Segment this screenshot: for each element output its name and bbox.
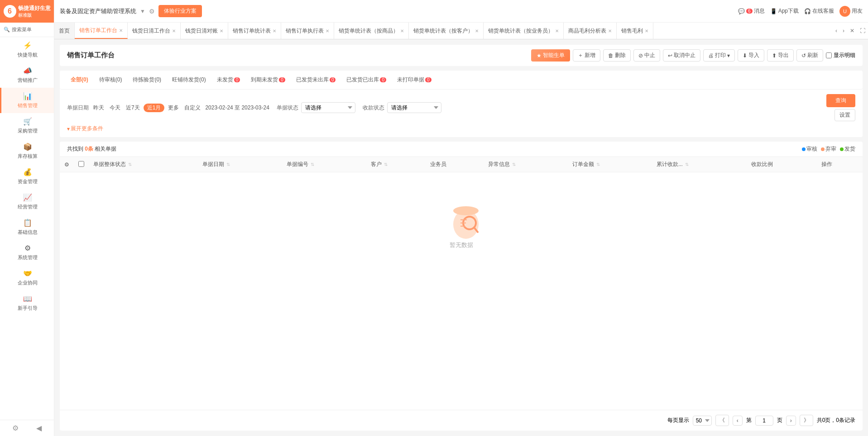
tab-gross-profit[interactable]: 商品毛利分析表 ✕ [564, 23, 617, 39]
sidebar-item-basic-info[interactable]: 📋 基础信息 [0, 214, 54, 240]
ship-btn[interactable]: 发货 [840, 145, 855, 153]
tab-close-icon-3[interactable]: ✕ [220, 28, 223, 33]
app-download-btn[interactable]: 📱 App下载 [770, 7, 799, 15]
sidebar-item-guide[interactable]: 📖 新手引导 [0, 290, 54, 316]
tab-cash-reconcile[interactable]: 钱货日清对账 ✕ [181, 23, 228, 39]
date-shortcut-custom[interactable]: 自定义 [182, 104, 202, 112]
tab-cash-daily[interactable]: 钱货日清工作台 ✕ [128, 23, 181, 39]
tab-sales-stat-staff[interactable]: 销货单统计表（按业务员） ✕ [484, 23, 564, 39]
tab-sales-order-workbench[interactable]: 销售订单工作台 ✕ [75, 23, 128, 39]
table-scroll-wrap[interactable]: ⚙ 单据整体状态 ⇅ 单据日期 ⇅ 单据编号 [60, 157, 863, 410]
tab-expand-icon[interactable]: ⛶ [857, 23, 868, 39]
sidebar-settings-icon[interactable]: ⚙ [12, 424, 19, 432]
tab-close-icon-8[interactable]: ✕ [555, 28, 559, 33]
tab-sales-profit[interactable]: 销售毛利 ✕ [617, 23, 653, 39]
col-doc-date-sort-icon[interactable]: ⇅ [226, 162, 230, 167]
col-doc-no-sort-icon[interactable]: ⇅ [311, 162, 314, 167]
smart-generate-btn[interactable]: ★ 智能生单 [531, 49, 570, 62]
print-btn[interactable]: 🖨 打印 ▾ [703, 49, 735, 62]
sidebar-item-finance[interactable]: 💰 资金管理 [0, 164, 54, 189]
col-settings[interactable]: ⚙ [60, 157, 74, 172]
cancel-stop-btn[interactable]: ↩ 取消中止 [663, 49, 700, 62]
sub-tab-expired-not-shipped[interactable]: 到期未发货0 [245, 74, 291, 85]
tab-home[interactable]: 首页 [54, 23, 75, 39]
sidebar-item-quick-nav[interactable]: ⚡ 快捷导航 [0, 37, 54, 62]
delete-btn[interactable]: 🗑 删除 [603, 49, 631, 62]
select-all-checkbox[interactable] [78, 161, 84, 167]
tab-scroll-right-icon[interactable]: › [840, 23, 847, 39]
sub-tab-shipped-out[interactable]: 已发货已出库0 [341, 74, 392, 85]
first-page-btn[interactable]: 《 [715, 415, 729, 426]
tab-close-icon-7[interactable]: ✕ [475, 28, 479, 33]
sub-tab-all[interactable]: 全部(0) [65, 74, 94, 85]
date-shortcut-yesterday[interactable]: 昨天 [91, 104, 106, 112]
sub-tab-not-printed[interactable]: 未打印单据0 [392, 74, 437, 85]
expand-more-btn[interactable]: ▾ 展开更多条件 [67, 125, 103, 133]
industry-btn[interactable]: 体验行业方案 [158, 5, 202, 17]
empty-svg [443, 199, 489, 245]
filter-payment-select[interactable]: 请选择 [387, 102, 441, 113]
query-btn[interactable]: 查询 [826, 94, 855, 107]
tab-close-all-icon[interactable]: ✕ [847, 23, 857, 39]
next-page-btn[interactable]: › [786, 416, 796, 426]
message-btn[interactable]: 💬 6 消息 [738, 7, 765, 15]
tab-sales-stat-customer[interactable]: 销货单统计表（按客户） ✕ [409, 23, 484, 39]
date-range-display[interactable]: 2023-02-24 至 2023-03-24 [205, 104, 269, 112]
col-abnormal-sort-icon[interactable]: ⇅ [512, 162, 516, 167]
date-shortcut-last1m[interactable]: 近1月 [144, 104, 165, 112]
filter-status-select[interactable]: 请选择 [301, 102, 355, 113]
col-order-amount-sort-icon[interactable]: ⇅ [596, 162, 600, 167]
page-input[interactable] [755, 416, 773, 426]
tab-close-icon-5[interactable]: ✕ [326, 28, 329, 33]
sidebar-item-marketing[interactable]: 📣 营销推广 [0, 62, 54, 88]
sub-tab-not-shipped[interactable]: 未发货0 [211, 74, 246, 85]
sidebar-item-operations[interactable]: 📈 经营管理 [0, 189, 54, 214]
prev-page-btn[interactable]: ‹ [733, 416, 743, 426]
refresh-btn[interactable]: ↺ 刷新 [796, 49, 823, 62]
tab-close-icon[interactable]: ✕ [119, 28, 123, 33]
unreview-btn[interactable]: 弃审 [821, 145, 836, 153]
col-collected-sort-icon[interactable]: ⇅ [685, 162, 689, 167]
page-size-select[interactable]: 50 [693, 416, 712, 426]
sidebar-search[interactable]: 🔍 搜索菜单 [0, 23, 54, 37]
tab-sales-order-exec[interactable]: 销售订单执行表 ✕ [281, 23, 334, 39]
col-customer-sort-icon[interactable]: ⇅ [384, 162, 388, 167]
sidebar-item-sales[interactable]: 📊 销售管理 [0, 88, 54, 113]
date-shortcut-today[interactable]: 今天 [108, 104, 122, 112]
tab-close-icon-4[interactable]: ✕ [273, 28, 276, 33]
stop-btn[interactable]: ⊘ 中止 [633, 49, 660, 62]
tab-sales-order-stat[interactable]: 销售订单统计表 ✕ [228, 23, 281, 39]
date-shortcut-more[interactable]: 更多 [166, 104, 181, 112]
sub-tab-shipped-not-out[interactable]: 已发货未出库0 [291, 74, 341, 85]
last-page-btn[interactable]: 》 [800, 415, 813, 426]
sidebar-item-inventory[interactable]: 📦 库存核算 [0, 138, 54, 164]
tab-close-icon-10[interactable]: ✕ [645, 28, 648, 33]
sidebar-item-cooperation[interactable]: 🤝 企业协同 [0, 265, 54, 290]
tab-close-icon-6[interactable]: ✕ [400, 28, 404, 33]
sub-tab-wangpu[interactable]: 旺铺待发货(0) [167, 74, 211, 85]
tab-scroll-left-icon[interactable]: ‹ [833, 23, 840, 39]
sidebar-collapse-icon[interactable]: ◀ [36, 424, 42, 432]
tab-close-icon-9[interactable]: ✕ [608, 28, 612, 33]
col-payment-ratio-label: 收款比例 [751, 161, 773, 167]
review-btn[interactable]: 审核 [802, 145, 817, 153]
filter-settings-btn[interactable]: 设置 [834, 109, 855, 121]
show-detail-label[interactable]: 显示明细 [826, 52, 855, 59]
show-detail-checkbox[interactable] [826, 52, 832, 58]
export-btn[interactable]: ⬆ 导出 [767, 49, 794, 62]
sidebar-item-purchase[interactable]: 🛒 采购管理 [0, 113, 54, 138]
col-doc-status-sort-icon[interactable]: ⇅ [128, 162, 132, 167]
sub-tab-pending-inspect[interactable]: 待拣验货(0) [127, 74, 167, 85]
col-checkbox[interactable] [74, 157, 89, 172]
add-btn[interactable]: ＋ 新增 [573, 49, 600, 62]
tab-close-icon-2[interactable]: ✕ [172, 28, 176, 33]
import-btn[interactable]: ⬇ 导入 [738, 49, 764, 62]
online-service-btn[interactable]: 🎧 在线客服 [804, 7, 834, 15]
tab-sales-stat-product[interactable]: 销货单统计表（按商品） ✕ [334, 23, 409, 39]
topbar-dropdown-icon[interactable]: ▼ [140, 8, 145, 14]
sidebar-item-system[interactable]: ⚙ 系统管理 [0, 240, 54, 265]
date-shortcut-last7[interactable]: 近7天 [124, 104, 142, 112]
user-btn[interactable]: U 用友 [839, 6, 863, 17]
sub-tab-pending-review[interactable]: 待审核(0) [94, 74, 128, 85]
topbar-settings-icon[interactable]: ⚙ [149, 8, 155, 15]
